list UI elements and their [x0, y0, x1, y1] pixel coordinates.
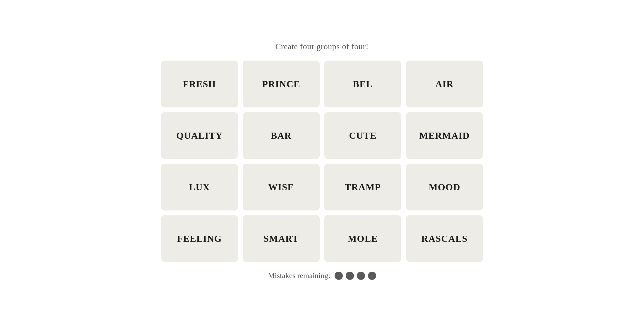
tile-label-fresh: FRESH	[183, 79, 216, 90]
tile-mermaid[interactable]: MERMAID	[406, 112, 483, 159]
tile-label-tramp: TRAMP	[345, 182, 381, 193]
game-container: Create four groups of four! FRESHPRINCEB…	[161, 42, 483, 280]
tile-air[interactable]: AIR	[406, 61, 483, 107]
subtitle: Create four groups of four!	[275, 42, 369, 51]
tile-label-mermaid: MERMAID	[419, 130, 470, 141]
tile-label-bel: BEL	[353, 79, 373, 90]
tile-label-air: AIR	[435, 79, 454, 90]
tile-feeling[interactable]: FEELING	[161, 215, 238, 262]
tile-tramp[interactable]: TRAMP	[324, 164, 401, 210]
mistakes-row: Mistakes remaining:	[268, 271, 376, 280]
tile-mood[interactable]: MOOD	[406, 164, 483, 210]
tile-label-mood: MOOD	[429, 182, 460, 193]
tile-cute[interactable]: CUTE	[324, 112, 401, 159]
tile-label-rascals: RASCALS	[421, 233, 467, 244]
tile-quality[interactable]: QUALITY	[161, 112, 238, 159]
tiles-grid: FRESHPRINCEBELAIRQUALITYBARCUTEMERMAIDLU…	[161, 61, 483, 262]
tile-label-bar: BAR	[271, 130, 292, 141]
tile-fresh[interactable]: FRESH	[161, 61, 238, 107]
tile-label-lux: LUX	[189, 182, 210, 193]
tile-mole[interactable]: MOLE	[324, 215, 401, 262]
mistake-dot-3	[357, 272, 365, 280]
tile-label-wise: WISE	[268, 182, 294, 193]
tile-label-mole: MOLE	[348, 233, 378, 244]
mistakes-dots	[335, 272, 376, 280]
tile-wise[interactable]: WISE	[243, 164, 320, 210]
mistakes-label: Mistakes remaining:	[268, 271, 330, 280]
tile-prince[interactable]: PRINCE	[243, 61, 320, 107]
tile-smart[interactable]: SMART	[243, 215, 320, 262]
tile-label-quality: QUALITY	[176, 130, 222, 141]
tile-rascals[interactable]: RASCALS	[406, 215, 483, 262]
tile-lux[interactable]: LUX	[161, 164, 238, 210]
tile-bel[interactable]: BEL	[324, 61, 401, 107]
mistake-dot-2	[346, 272, 354, 280]
tile-label-prince: PRINCE	[262, 79, 300, 90]
tile-bar[interactable]: BAR	[243, 112, 320, 159]
tile-label-cute: CUTE	[349, 130, 376, 141]
tile-label-feeling: FEELING	[177, 233, 222, 244]
mistake-dot-1	[335, 272, 343, 280]
tile-label-smart: SMART	[263, 233, 299, 244]
mistake-dot-4	[368, 272, 376, 280]
